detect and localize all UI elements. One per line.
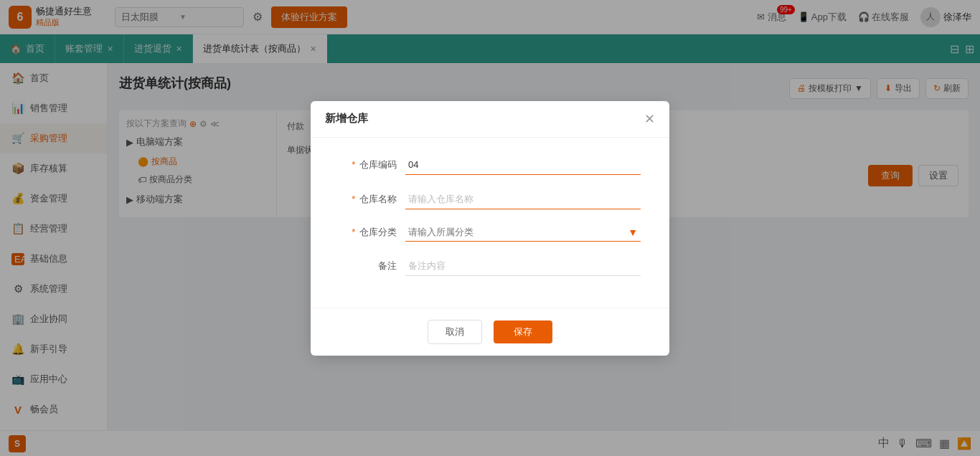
name-label: * 仓库名称: [339, 193, 397, 206]
form-row-category: * 仓库分类 ▼: [339, 224, 641, 242]
category-required-marker: *: [352, 227, 355, 237]
category-select-input[interactable]: [408, 227, 628, 237]
dialog-header: 新增仓库 ✕: [311, 101, 669, 138]
new-warehouse-dialog: 新增仓库 ✕ * 仓库编码 * 仓库名称: [311, 101, 669, 356]
category-dropdown-icon[interactable]: ▼: [628, 227, 638, 238]
warehouse-code-input[interactable]: [405, 155, 641, 175]
save-button[interactable]: 保存: [494, 320, 552, 343]
dialog-close-icon[interactable]: ✕: [644, 111, 655, 127]
dialog-title: 新增仓库: [325, 112, 368, 125]
note-label: 备注: [339, 260, 397, 272]
name-required-marker: *: [352, 194, 355, 204]
cancel-button[interactable]: 取消: [428, 320, 482, 344]
category-label: * 仓库分类: [339, 226, 397, 239]
dialog-body: * 仓库编码 * 仓库名称 * 仓库分类: [311, 138, 669, 308]
warehouse-name-input[interactable]: [405, 189, 641, 209]
form-row-code: * 仓库编码: [339, 155, 641, 175]
code-required-marker: *: [352, 159, 355, 170]
category-select-wrap[interactable]: ▼: [405, 224, 641, 242]
form-row-note: 备注: [339, 256, 641, 276]
code-label: * 仓库编码: [339, 158, 397, 171]
form-row-name: * 仓库名称: [339, 189, 641, 209]
dialog-overlay: 新增仓库 ✕ * 仓库编码 * 仓库名称: [0, 0, 980, 456]
warehouse-note-input[interactable]: [405, 256, 641, 276]
dialog-footer: 取消 保存: [311, 308, 669, 356]
